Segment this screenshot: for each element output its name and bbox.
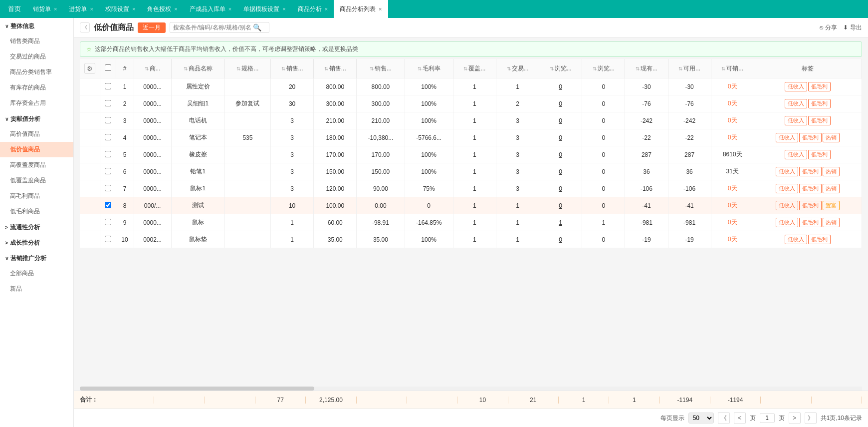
table-row[interactable]: 8 000/... 测试 10 100.00 0.00 0 1 1 0 0 -4… xyxy=(80,197,862,214)
close-icon[interactable]: × xyxy=(282,6,285,12)
sales2-column-header[interactable]: 销售... xyxy=(314,59,357,78)
sidebar-item-high-profit[interactable]: 高毛利商品 xyxy=(0,188,73,204)
checkbox-cell[interactable] xyxy=(100,112,116,129)
close-icon[interactable]: × xyxy=(325,6,328,12)
sidebar-item-low-value[interactable]: 低价值商品 xyxy=(0,142,73,157)
spec-column-header[interactable]: 规格... xyxy=(224,59,270,78)
browse-link[interactable]: 0 xyxy=(559,134,562,141)
row-checkbox[interactable] xyxy=(105,134,111,140)
nav-product-warehouse[interactable]: 产成品入库单 × xyxy=(184,0,237,18)
last-page-button[interactable]: 》 xyxy=(805,412,817,424)
trade-column-header[interactable]: 交易... xyxy=(496,59,539,78)
checkbox-cell[interactable] xyxy=(100,95,116,112)
sales3-column-header[interactable]: 销售... xyxy=(357,59,405,78)
stock-column-header[interactable]: 现有... xyxy=(625,59,668,78)
nav-home[interactable]: 首页 xyxy=(2,0,27,18)
profit-rate-column-header[interactable]: 毛利率 xyxy=(405,59,453,78)
days-column-header[interactable]: 可销... xyxy=(711,59,754,78)
sidebar-group-contribution[interactable]: ∨ 贡献值分析 xyxy=(0,111,73,126)
checkbox-cell[interactable] xyxy=(100,129,116,146)
sidebar-group-circulation[interactable]: > 流通性分析 xyxy=(0,219,73,235)
sidebar-group-overall[interactable]: ∨ 整体信息 xyxy=(0,18,73,33)
browse-link[interactable]: 0 xyxy=(559,202,562,209)
browse-link[interactable]: 0 xyxy=(559,100,562,107)
close-icon[interactable]: × xyxy=(54,6,57,12)
checkbox-cell[interactable] xyxy=(100,78,116,95)
browse-link[interactable]: 0 xyxy=(559,83,562,90)
sidebar-item-sales-products[interactable]: 销售类商品 xyxy=(0,33,73,49)
checkbox-cell[interactable] xyxy=(100,231,116,248)
row-checkbox[interactable] xyxy=(105,202,111,208)
close-icon[interactable]: × xyxy=(379,6,382,12)
row-checkbox[interactable] xyxy=(105,236,111,242)
row-checkbox[interactable] xyxy=(105,185,111,191)
sidebar-item-new-products[interactable]: 新品 xyxy=(0,281,73,297)
sidebar-item-traded-products[interactable]: 交易过的商品 xyxy=(0,49,73,64)
row-checkbox[interactable] xyxy=(105,219,111,225)
browse1-column-header[interactable]: 浏览... xyxy=(539,59,582,78)
sidebar-item-stock-capital[interactable]: 库存资金占用 xyxy=(0,95,73,111)
table-row[interactable]: 10 0002... 鼠标垫 1 35.00 35.00 100% 1 1 0 … xyxy=(80,231,862,248)
nav-template-settings[interactable]: 单据模板设置 × xyxy=(237,0,291,18)
table-row[interactable]: 7 0000... 鼠标1 3 120.00 90.00 75% 1 3 0 0… xyxy=(80,180,862,197)
prev-page-button[interactable]: < xyxy=(734,412,746,424)
sidebar-item-high-value[interactable]: 高价值商品 xyxy=(0,126,73,142)
browse2-column-header[interactable]: 浏览... xyxy=(582,59,625,78)
sales1-column-header[interactable]: 销售... xyxy=(271,59,314,78)
first-page-button[interactable]: 《 xyxy=(718,412,730,424)
row-checkbox[interactable] xyxy=(105,83,111,89)
share-button[interactable]: ⎋ 分享 xyxy=(820,23,837,32)
sidebar-group-marketing[interactable]: ∨ 营销推广分析 xyxy=(0,250,73,266)
browse1-cell[interactable]: 0 xyxy=(539,180,582,197)
browse1-cell[interactable]: 0 xyxy=(539,129,582,146)
row-checkbox[interactable] xyxy=(105,117,111,123)
row-checkbox[interactable] xyxy=(105,100,111,106)
search-input[interactable] xyxy=(173,24,253,31)
sidebar-item-low-profit[interactable]: 低毛利商品 xyxy=(0,204,73,219)
name-column-header[interactable]: 商品名称 xyxy=(171,59,224,78)
table-row[interactable]: 3 0000... 电话机 3 210.00 210.00 100% 1 3 0… xyxy=(80,112,862,129)
browse-link[interactable]: 0 xyxy=(559,236,562,243)
browse1-cell[interactable]: 0 xyxy=(539,146,582,163)
browse-link[interactable]: 1 xyxy=(559,219,562,226)
close-icon[interactable]: × xyxy=(228,6,231,12)
table-row[interactable]: 6 0000... 铅笔1 3 150.00 150.00 100% 1 3 0… xyxy=(80,163,862,180)
browse-link[interactable]: 0 xyxy=(559,168,562,175)
nav-product-analysis-list[interactable]: 商品分析列表 × xyxy=(334,0,388,18)
browse1-cell[interactable]: 0 xyxy=(539,95,582,112)
browse1-cell[interactable]: 0 xyxy=(539,78,582,95)
row-checkbox[interactable] xyxy=(105,151,111,157)
sidebar-item-category-sales[interactable]: 商品分类销售率 xyxy=(0,64,73,80)
nav-product-analysis[interactable]: 商品分析 × xyxy=(292,0,334,18)
close-icon[interactable]: × xyxy=(174,6,177,12)
close-icon[interactable]: × xyxy=(90,6,93,12)
nav-permissions[interactable]: 权限设置 × xyxy=(99,0,141,18)
nav-purchase-order[interactable]: 进货单 × xyxy=(63,0,99,18)
horizontal-scrollbar[interactable] xyxy=(80,387,862,391)
browse1-cell[interactable]: 0 xyxy=(539,112,582,129)
export-button[interactable]: ⬇ 导出 xyxy=(843,23,862,32)
checkbox-cell[interactable] xyxy=(100,197,116,214)
browse-link[interactable]: 0 xyxy=(559,117,562,124)
browse1-cell[interactable]: 0 xyxy=(539,163,582,180)
page-number-input[interactable] xyxy=(760,413,775,423)
checkbox-cell[interactable] xyxy=(100,163,116,180)
code-column-header[interactable]: 商... xyxy=(134,59,171,78)
checkbox-column-header[interactable] xyxy=(100,59,116,78)
sidebar-group-growth[interactable]: > 成长性分析 xyxy=(0,235,73,250)
table-row[interactable]: 9 0000... 鼠标 1 60.00 -98.91 -164.85% 1 1… xyxy=(80,214,862,231)
browse-link[interactable]: 0 xyxy=(559,151,562,158)
browse1-cell[interactable]: 1 xyxy=(539,214,582,231)
checkbox-cell[interactable] xyxy=(100,180,116,197)
table-row[interactable]: 1 0000... 属性定价 20 800.00 800.00 100% 1 1… xyxy=(80,78,862,95)
browse1-cell[interactable]: 0 xyxy=(539,231,582,248)
sidebar-item-low-coverage[interactable]: 低覆盖度商品 xyxy=(0,173,73,188)
filter-period-button[interactable]: 近一月 xyxy=(138,22,166,33)
close-icon[interactable]: × xyxy=(132,6,135,12)
next-page-button[interactable]: > xyxy=(789,412,801,424)
nav-sales-order[interactable]: 销货单 × xyxy=(27,0,63,18)
scrollbar-thumb[interactable] xyxy=(80,387,314,391)
avail-column-header[interactable]: 可用... xyxy=(668,59,711,78)
collapse-button[interactable]: 《 xyxy=(80,22,90,32)
per-page-select[interactable]: 50 100 xyxy=(688,413,714,424)
